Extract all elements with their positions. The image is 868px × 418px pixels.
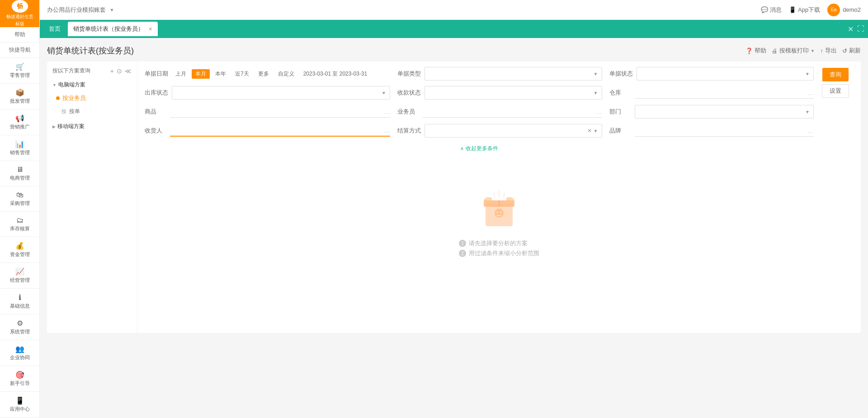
sidebar-item-operation[interactable]: 📈 经营管理: [0, 263, 39, 289]
dept-control: ▼: [635, 105, 814, 119]
system-icon: ⚙: [2, 319, 38, 328]
tab-close-btn[interactable]: ✕: [848, 25, 854, 33]
tab-home[interactable]: 首页: [43, 22, 66, 36]
sidebar-item-guide[interactable]: 🎯 新手引导: [0, 366, 39, 392]
tab-sales-stat-label: 销货单统计表（按业务员）: [73, 25, 144, 33]
user-area[interactable]: Ea demo2: [827, 4, 861, 16]
date-tab-lastmonth[interactable]: 上月: [172, 69, 190, 79]
filter-row-2: 出库状态 ▼ 收款状态: [145, 86, 814, 100]
sidebar-item-basic[interactable]: ℹ 基础信息: [0, 289, 39, 314]
app-download-btn[interactable]: 📱 App下载: [789, 6, 820, 14]
goods-input[interactable]: [170, 108, 384, 115]
scheme-add-icon[interactable]: +: [110, 67, 114, 75]
brand-input[interactable]: [635, 127, 808, 134]
filter-receiver: 收货人 …: [145, 125, 390, 137]
print-dropdown-icon[interactable]: ▼: [811, 48, 815, 53]
sidebar-item-appstore[interactable]: 📱 应用中心: [0, 392, 39, 418]
date-tab-thismonth[interactable]: 本月: [192, 69, 210, 79]
sidebar-item-purchase[interactable]: 🛍 采购管理: [0, 186, 39, 212]
help-btn[interactable]: ❓ 帮助: [745, 47, 766, 55]
scheme-item-byorder[interactable]: 按 按单: [47, 105, 137, 118]
payment-label: 收款状态: [397, 89, 421, 97]
sidebar-quick-nav[interactable]: 快捷导航: [0, 43, 39, 58]
outbound-select[interactable]: ▼: [172, 86, 390, 100]
sales-label: 销售管理: [2, 149, 38, 156]
filter-warehouse: 仓库 …: [609, 87, 814, 99]
goods-dots[interactable]: …: [384, 108, 390, 115]
breadcrumb-dropdown[interactable]: ▼: [109, 7, 114, 13]
dept-select[interactable]: ▼: [635, 105, 814, 119]
sidebar-item-system[interactable]: ⚙ 系统管理: [0, 314, 39, 340]
sidebar-search[interactable]: 帮助: [0, 27, 39, 43]
tab-maximize-btn[interactable]: ⛶: [857, 25, 864, 33]
scheme-group-mobile: ▶ 移动端方案: [47, 120, 137, 133]
payment-select[interactable]: ▼: [425, 86, 602, 100]
goods-control: …: [170, 106, 390, 118]
bystaff-label: 按业务员: [62, 94, 86, 102]
step2-num: 2: [459, 250, 466, 257]
doc-type-select[interactable]: ▼: [425, 67, 602, 81]
content-panel: 按以下方案查询 + ⊙ ≪ ▼ 电脑端方案: [47, 62, 861, 333]
settlement-select[interactable]: ✕ ▼: [425, 124, 602, 138]
query-button[interactable]: 查询: [822, 68, 849, 81]
filter-row-3: 商品 … 业务员: [145, 105, 814, 119]
receiver-dots[interactable]: …: [384, 127, 390, 134]
date-tab-thisyear[interactable]: 本年: [212, 69, 230, 79]
collapse-btn[interactable]: ∧ 收起更多条件: [460, 145, 498, 152]
ecommerce-label: 电商管理: [2, 175, 38, 181]
sidebar-item-finance[interactable]: 💰 资金管理: [0, 237, 39, 263]
retail-icon: 🛒: [2, 62, 38, 71]
date-range: 2023-03-01 至 2023-03-31: [303, 70, 367, 78]
sidebar-item-retail[interactable]: 🛒 零售管理: [0, 58, 39, 84]
filter-date: 单据日期 上月 本月 本年 近7天 更多 自定义 2023-03-01 至 20…: [145, 69, 390, 79]
sidebar-item-inventory[interactable]: 🗂 库存核算: [0, 212, 39, 237]
scheme-header-title: 按以下方案查询: [52, 67, 90, 75]
template-print-btn[interactable]: 🖨 按模板打印 ▼: [772, 47, 815, 55]
help-label: 帮助: [755, 47, 766, 55]
scheme-group-mobile-label[interactable]: ▶ 移动端方案: [47, 120, 137, 133]
sidebar-item-wholesale[interactable]: 📦 批发管理: [0, 84, 39, 109]
page-title-row: 销货单统计表(按业务员) ❓ 帮助 🖨 按模板打印 ▼ ↑ 导出 ↺ 刷新: [47, 45, 861, 56]
svg-line-8: [504, 192, 505, 198]
staff-dots[interactable]: …: [596, 108, 602, 115]
sidebar-item-corp[interactable]: 👥 企业协同: [0, 340, 39, 366]
sidebar-item-ecommerce[interactable]: 🖥 电商管理: [0, 161, 39, 186]
appstore-label: 应用中心: [2, 406, 38, 413]
staff-input[interactable]: [423, 108, 596, 115]
doc-status-select[interactable]: ▼: [637, 67, 814, 81]
warehouse-input[interactable]: [635, 89, 808, 96]
tab-bar: 首页 销货单统计表（按业务员） ✕ ✕ ⛶: [40, 20, 868, 38]
date-tab-custom[interactable]: 自定义: [274, 69, 298, 79]
step1-text: 请先选择要分析的方案: [469, 239, 528, 247]
corp-icon: 👥: [2, 345, 38, 353]
doc-type-label: 单据类型: [397, 70, 421, 78]
top-header: 办公用品行业模拟账套 ▼ 💬 消息 📱 App下载 Ea demo2: [40, 0, 868, 20]
sidebar-item-sales[interactable]: 📊 销售管理: [0, 135, 39, 161]
brand-dots[interactable]: …: [807, 127, 814, 134]
empty-icon: [476, 188, 522, 228]
reset-button[interactable]: 设置: [822, 84, 849, 98]
header-right: 💬 消息 📱 App下载 Ea demo2: [761, 4, 861, 16]
date-tab-7days[interactable]: 近7天: [231, 69, 253, 79]
scheme-item-bystaff[interactable]: 按业务员: [47, 91, 137, 105]
scheme-collapse-icon[interactable]: ≪: [125, 67, 132, 75]
export-btn[interactable]: ↑ 导出: [821, 47, 837, 55]
sidebar-item-marketing[interactable]: 📢 营销推广: [0, 109, 39, 135]
warehouse-dots[interactable]: …: [807, 89, 814, 96]
scheme-group-pc-label[interactable]: ▼ 电脑端方案: [47, 78, 137, 91]
tab-close-icon[interactable]: ✕: [148, 26, 152, 32]
receiver-input[interactable]: [170, 127, 384, 134]
settlement-clear-icon[interactable]: ✕: [587, 128, 592, 134]
inventory-label: 库存核算: [2, 225, 38, 232]
filter-settlement: 结算方式 ✕ ▼: [397, 124, 602, 138]
scheme-panel: 按以下方案查询 + ⊙ ≪ ▼ 电脑端方案: [47, 62, 137, 333]
refresh-btn[interactable]: ↺ 刷新: [842, 47, 861, 55]
date-tab-more[interactable]: 更多: [255, 69, 273, 79]
goods-label: 商品: [145, 108, 166, 116]
order-icon: 按: [61, 108, 66, 115]
app-download-label: App下载: [798, 6, 820, 14]
scheme-edit-icon[interactable]: ⊙: [117, 67, 122, 75]
message-btn[interactable]: 💬 消息: [761, 6, 782, 14]
tab-sales-stat[interactable]: 销货单统计表（按业务员） ✕: [68, 22, 158, 36]
byorder-label: 按单: [69, 108, 80, 115]
